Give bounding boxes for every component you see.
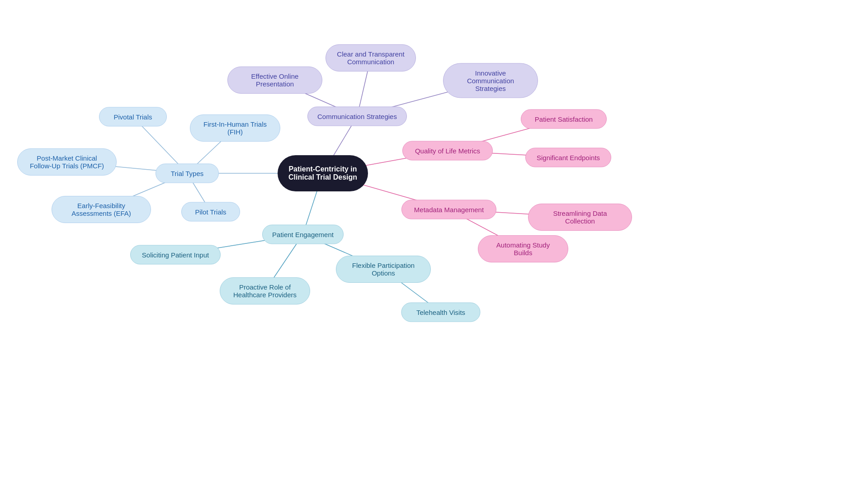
innovative-comm-node[interactable]: Innovative Communication Strategies [443, 63, 538, 98]
clear-transparent-node[interactable]: Clear and Transparent Communication [326, 44, 416, 71]
comm-strategies-node[interactable]: Communication Strategies [307, 107, 407, 126]
significant-endpoints-node[interactable]: Significant Endpoints [525, 148, 611, 167]
telehealth-visits-node[interactable]: Telehealth Visits [401, 303, 481, 322]
flexible-participation-node[interactable]: Flexible Participation Options [336, 256, 431, 283]
effective-online-node[interactable]: Effective Online Presentation [227, 67, 322, 94]
post-market-node[interactable]: Post-Market Clinical Follow-Up Trials (P… [17, 148, 117, 176]
automating-study-node[interactable]: Automating Study Builds [478, 235, 568, 262]
proactive-role-node[interactable]: Proactive Role of Healthcare Providers [220, 277, 310, 304]
soliciting-input-node[interactable]: Soliciting Patient Input [130, 245, 221, 265]
center-node[interactable]: Patient-Centricity in Clinical Trial Des… [278, 155, 368, 191]
quality-of-life-node[interactable]: Quality of Life Metrics [402, 141, 493, 161]
patient-satisfaction-node[interactable]: Patient Satisfaction [521, 109, 607, 129]
pilot-trials-node[interactable]: Pilot Trials [181, 202, 240, 222]
early-feasibility-node[interactable]: Early-Feasibility Assessments (EFA) [52, 196, 151, 223]
patient-engagement-node[interactable]: Patient Engagement [262, 225, 344, 244]
first-in-human-node[interactable]: First-In-Human Trials (FIH) [190, 114, 280, 142]
pivotal-trials-node[interactable]: Pivotal Trials [99, 107, 167, 127]
streamlining-data-node[interactable]: Streamlining Data Collection [528, 204, 632, 231]
trial-types-node[interactable]: Trial Types [156, 164, 219, 183]
metadata-mgmt-node[interactable]: Metadata Management [401, 200, 496, 219]
